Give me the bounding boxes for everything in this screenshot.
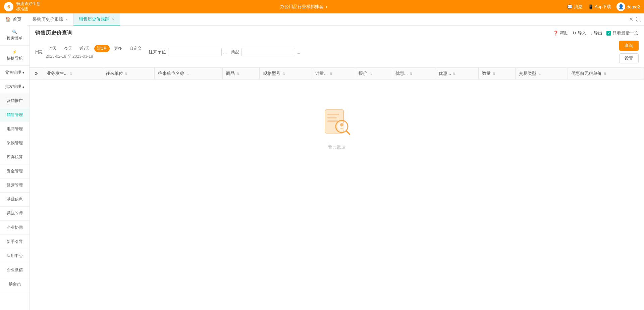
th-pre-tax-price[interactable]: 优惠前无税单价 ⇅ xyxy=(568,68,644,80)
sidebar-item-ops-mgmt[interactable]: 经营管理 xyxy=(0,178,29,193)
goods-label: 商品 xyxy=(231,49,239,55)
sidebar-item-purchase-mgmt[interactable]: 采购管理 xyxy=(0,136,29,150)
date-btn-custom[interactable]: 自定义 xyxy=(126,45,145,52)
empty-state: 暂元数据 xyxy=(30,80,644,177)
tabbar-actions: ✕ ⛶ xyxy=(629,16,644,22)
sidebar-item-quick-nav[interactable]: ⚡ 快捷导航 xyxy=(0,46,29,66)
sidebar-item-wholesale-mgmt[interactable]: 批发管理 ▴ xyxy=(0,80,29,94)
only-last-checkbox[interactable]: ✓ 只看最后一次 xyxy=(606,30,639,36)
sidebar-item-retail-mgmt[interactable]: 零售管理 ▾ xyxy=(0,66,29,80)
date-btn-more[interactable]: 更多 xyxy=(111,45,125,52)
sort-arrows-discount2: ⇅ xyxy=(453,72,455,75)
home-icon: 🏠 xyxy=(5,17,11,22)
date-btn-1month[interactable]: 近1月 xyxy=(94,45,110,52)
date-filter: 日期 昨天 今天 近7天 近1月 更多 自定义 2023-02-18 至 202… xyxy=(35,45,145,59)
import-btn[interactable]: ↻ 导入 xyxy=(573,30,586,36)
sort-arrows-qty: ⇅ xyxy=(493,72,495,75)
retail-mgmt-arrow: ▾ xyxy=(22,71,24,74)
th-biz-date[interactable]: 业务发生... ⇅ xyxy=(43,68,102,80)
th-gear[interactable]: ⚙ xyxy=(30,68,43,80)
sidebar-item-newcomer-guide[interactable]: 新手引导 xyxy=(0,235,29,249)
query-btn[interactable]: 查询 xyxy=(619,41,639,51)
th-unit[interactable]: 计量... ⇅ xyxy=(312,68,355,80)
sort-arrows-price: ⇅ xyxy=(369,72,372,75)
th-discount1[interactable]: 优惠... ⇅ xyxy=(392,68,435,80)
th-trade-type[interactable]: 交易类型 ⇅ xyxy=(515,68,568,80)
sort-arrows-pre-tax-price: ⇅ xyxy=(604,72,606,75)
app-title-dropdown-icon[interactable]: ▾ xyxy=(326,5,327,9)
export-btn[interactable]: ↓ 导出 xyxy=(590,30,603,36)
topbar: 6 畅捷通好生意 标准版 办公用品行业模拟账套 ▾ 💬 消息 📱 App下载 👤… xyxy=(0,0,644,13)
data-table: ⚙ 业务发生... ⇅ 往来单位 ⇅ 往来单位名称 ⇅ xyxy=(30,68,644,80)
logo-icon: 6 xyxy=(4,2,13,11)
tabbar: 🏠 首页 采购历史价跟踪 × 销售历史价跟踪 × ✕ ⛶ xyxy=(0,13,644,25)
tab-home[interactable]: 🏠 首页 xyxy=(0,13,27,25)
sort-arrows-goods: ⇅ xyxy=(237,72,239,75)
counterpart-input[interactable] xyxy=(168,48,222,56)
th-goods[interactable]: 商品 ⇅ xyxy=(223,68,259,80)
wholesale-mgmt-arrow: ▴ xyxy=(22,85,24,89)
sidebar-item-member[interactable]: 畅会员 xyxy=(0,277,29,291)
settings-btn[interactable]: 设置 xyxy=(619,53,639,63)
logo-text: 畅捷通好生意 标准版 xyxy=(16,1,40,12)
sort-arrows-spec: ⇅ xyxy=(282,72,285,75)
help-icon: ❓ xyxy=(553,31,558,36)
sort-arrows-discount1: ⇅ xyxy=(410,72,412,75)
import-icon: ↻ xyxy=(573,31,576,36)
goods-dots-btn[interactable]: ... xyxy=(297,50,300,55)
page-header: 销售历史价查询 ❓ 帮助 ↻ 导入 ↓ 导出 ✓ xyxy=(30,25,644,68)
sidebar-item-finance-mgmt[interactable]: 资金管理 xyxy=(0,164,29,178)
message-icon: 💬 xyxy=(567,4,573,9)
message-btn[interactable]: 💬 消息 xyxy=(567,4,583,10)
sidebar-item-sales-mgmt[interactable]: 销售管理 xyxy=(0,108,29,122)
date-btn-7days[interactable]: 近7天 xyxy=(76,45,93,52)
sidebar-item-search-menu[interactable]: 🔍 搜索菜单 xyxy=(0,25,29,46)
sidebar-item-ecommerce-mgmt[interactable]: 电商管理 xyxy=(0,122,29,136)
date-label: 日期 xyxy=(35,49,44,55)
sidebar-item-system-mgmt[interactable]: 系统管理 xyxy=(0,207,29,221)
content-area: 销售历史价查询 ❓ 帮助 ↻ 导入 ↓ 导出 ✓ xyxy=(30,25,644,310)
sidebar-item-inventory[interactable]: 库存核算 xyxy=(0,150,29,164)
sidebar-item-enterprise-wechat[interactable]: 企业微信 xyxy=(0,263,29,277)
sort-arrows-biz-date: ⇅ xyxy=(69,72,72,75)
goods-input[interactable] xyxy=(241,48,295,56)
avatar: 👤 xyxy=(616,2,625,11)
maximize-btn[interactable]: ⛶ xyxy=(636,16,641,22)
sidebar-item-enterprise-collab[interactable]: 企业协同 xyxy=(0,221,29,235)
user-menu[interactable]: 👤 demo2 xyxy=(616,2,640,11)
date-btn-yesterday[interactable]: 昨天 xyxy=(46,45,60,52)
th-counterpart-name[interactable]: 往来单位名称 ⇅ xyxy=(154,68,222,80)
counterpart-dots-btn[interactable]: ... xyxy=(223,50,227,55)
sidebar-item-marketing[interactable]: 营销推广 xyxy=(0,94,29,108)
counterpart-label: 往来单位 xyxy=(149,49,166,55)
close-purchase-history-tab[interactable]: × xyxy=(66,17,68,21)
quick-nav-icon: ⚡ xyxy=(12,50,17,54)
close-all-tabs-btn[interactable]: ✕ xyxy=(629,16,633,22)
filter-row: 日期 昨天 今天 近7天 近1月 更多 自定义 2023-02-18 至 202… xyxy=(35,41,639,67)
sort-arrows-counterpart-name: ⇅ xyxy=(186,72,189,75)
close-sales-history-tab[interactable]: × xyxy=(112,17,114,21)
app-download-btn[interactable]: 📱 App下载 xyxy=(588,4,611,10)
date-btn-today[interactable]: 今天 xyxy=(61,45,75,52)
th-counterpart[interactable]: 往来单位 ⇅ xyxy=(102,68,154,80)
main-layout: 🔍 搜索菜单 ⚡ 快捷导航 零售管理 ▾ 批发管理 ▴ 营销推广 销售管理 电商… xyxy=(0,25,644,310)
help-btn[interactable]: ❓ 帮助 xyxy=(553,30,569,36)
checkbox-icon: ✓ xyxy=(606,31,611,36)
date-btns: 昨天 今天 近7天 近1月 更多 自定义 xyxy=(46,45,145,52)
search-menu-icon: 🔍 xyxy=(12,30,17,34)
th-spec[interactable]: 规格型号 ⇅ xyxy=(259,68,312,80)
topbar-right: 💬 消息 📱 App下载 👤 demo2 xyxy=(567,2,640,11)
goods-input-group: ... xyxy=(241,48,300,56)
page-title-row: 销售历史价查询 ❓ 帮助 ↻ 导入 ↓ 导出 ✓ xyxy=(35,30,639,37)
counterpart-filter: 往来单位 ... xyxy=(149,48,227,56)
th-qty[interactable]: 数量 ⇅ xyxy=(479,68,515,80)
sidebar-item-app-center[interactable]: 应用中心 xyxy=(0,249,29,263)
th-price[interactable]: 报价 ⇅ xyxy=(355,68,392,80)
tab-purchase-history[interactable]: 采购历史价跟踪 × xyxy=(27,13,73,25)
th-discount2[interactable]: 优惠... ⇅ xyxy=(435,68,478,80)
svg-rect-3 xyxy=(327,120,338,122)
counterpart-input-group: ... xyxy=(168,48,227,56)
tab-sales-history[interactable]: 销售历史价跟踪 × xyxy=(73,13,120,25)
download-icon: 📱 xyxy=(588,4,593,9)
sidebar-item-basic-info[interactable]: 基础信息 xyxy=(0,193,29,207)
